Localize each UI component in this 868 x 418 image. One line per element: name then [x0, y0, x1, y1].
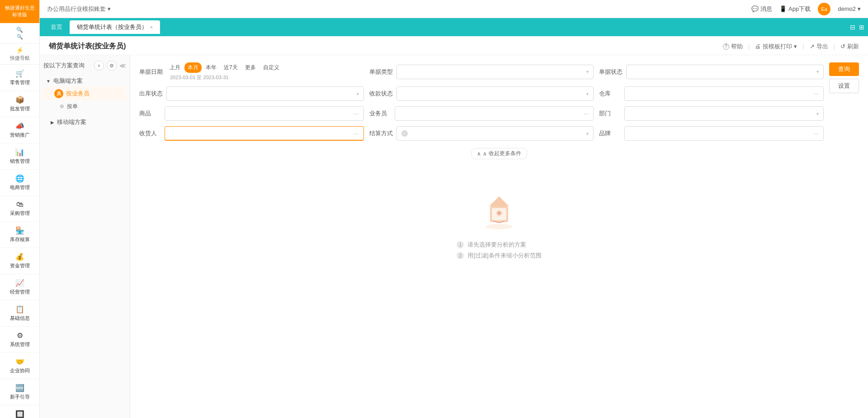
- app-download-btn[interactable]: 📱 App下载: [779, 5, 811, 13]
- sep3: |: [834, 43, 835, 50]
- department-input[interactable]: ▾: [624, 106, 824, 121]
- date-tab-current-month[interactable]: 本月: [184, 62, 202, 73]
- tab-home[interactable]: 首页: [43, 20, 70, 34]
- search-icon: 🔍: [2, 27, 38, 33]
- warehouse-dots-icon: ···: [813, 90, 819, 97]
- app-download-icon: 📱: [779, 5, 787, 12]
- mobile-arrow-icon: ▶: [51, 120, 54, 125]
- sidebar-item-purchase[interactable]: 🛍 采购管理: [0, 196, 39, 222]
- collapse-panel-btn[interactable]: ≪: [119, 62, 126, 69]
- date-tab-7days[interactable]: 近7天: [221, 62, 241, 73]
- add-icon: +: [98, 63, 100, 68]
- sidebar-item-enterprise[interactable]: 🤝 企业协同: [0, 353, 39, 379]
- filter-receiver-item: 收货人 ···: [139, 126, 364, 141]
- sidebar-item-operations[interactable]: 📈 经营管理: [0, 274, 39, 300]
- sidebar-item-retail[interactable]: 🛒 零售管理: [0, 65, 39, 91]
- settings-button[interactable]: 设置: [829, 79, 859, 93]
- sidebar-item-inventory[interactable]: 🏪 库存核算: [0, 222, 39, 248]
- help-label: 帮助: [731, 43, 743, 51]
- step2-num: 2: [457, 252, 464, 259]
- tab-close-icon[interactable]: ×: [150, 25, 153, 30]
- sidebar-item-newbie[interactable]: 🆕 新手引导: [0, 379, 39, 405]
- page-title: 销货单统计表(按业务员): [49, 42, 126, 51]
- sidebar-item-ecommerce[interactable]: 🌐 电商管理: [0, 170, 39, 196]
- brand-dots-icon: ···: [813, 130, 819, 137]
- left-panel-title: 按以下方案查询: [43, 62, 85, 70]
- sidebar-search-menu[interactable]: 🔍 🔍: [0, 23, 39, 44]
- breadcrumb-dropdown[interactable]: 办公用品行业模拟账套 ▾: [47, 5, 111, 13]
- date-tab-custom[interactable]: 自定义: [260, 62, 283, 73]
- marketing-label: 营销推广: [10, 132, 30, 138]
- sidebar-item-appstore[interactable]: 🔲 应用中心: [0, 405, 39, 418]
- sidebar-shortcut-nav[interactable]: ⚡ 快捷导航: [0, 44, 39, 65]
- brand-label: 品牌: [599, 129, 621, 138]
- order-type-input[interactable]: ▾: [396, 65, 594, 79]
- export-btn[interactable]: ↗ 导出: [810, 43, 828, 51]
- date-tab-current-year[interactable]: 本年: [203, 62, 220, 73]
- right-panel: 单据日期 上月 本月 本年 近7天 更多 自定义: [130, 55, 868, 418]
- help-btn[interactable]: ? 帮助: [723, 43, 743, 51]
- settings-scheme-btn[interactable]: ⚙: [107, 61, 117, 71]
- mobile-scheme-parent[interactable]: ▶ 移动端方案: [43, 116, 126, 128]
- sidebar-item-system[interactable]: ⚙ 系统管理: [0, 327, 39, 353]
- tree-item-by-order[interactable]: ⚙ 按单: [43, 100, 126, 113]
- tree-item-by-salesperson[interactable]: 员 按业务员: [43, 87, 126, 100]
- goods-input[interactable]: ···: [165, 106, 364, 121]
- step2-text: 用[过滤]条件来缩小分析范围: [467, 252, 541, 260]
- system-label: 系统管理: [10, 341, 30, 348]
- purchase-icon: 🛍: [16, 200, 24, 209]
- wholesale-icon: 📦: [15, 95, 24, 104]
- inventory-label: 库存核算: [10, 236, 30, 243]
- template-print-label: 按模板打印: [763, 43, 792, 51]
- page-actions: ? 帮助 | 🖨 按模板打印 ▾ | ↗ 导出 | ↺ 刷新: [723, 43, 859, 51]
- mobile-scheme-label: 移动端方案: [57, 118, 86, 126]
- inventory-icon: 🏪: [15, 226, 24, 235]
- settlement-chevron-icon: ▾: [586, 131, 589, 136]
- date-range-text: 2023-03-01 至 2023-03-31: [170, 74, 364, 81]
- goods-label: 商品: [139, 109, 161, 118]
- order-status-input[interactable]: ▾: [626, 65, 824, 79]
- settlement-clear-icon[interactable]: ×: [401, 130, 408, 137]
- out-status-input[interactable]: ▾: [166, 86, 364, 101]
- tab-minimize-icon[interactable]: ⊟: [850, 24, 855, 31]
- date-tab-last-month[interactable]: 上月: [166, 62, 184, 73]
- user-chevron-icon: ▾: [858, 5, 861, 12]
- salesperson-input[interactable]: ···: [395, 106, 594, 121]
- query-button[interactable]: 查询: [829, 62, 859, 76]
- filter-salesperson-item: 业务员 ···: [369, 106, 594, 121]
- sidebar-item-basic[interactable]: 📋 基础信息: [0, 300, 39, 327]
- sep2: |: [802, 43, 804, 50]
- sidebar-item-marketing[interactable]: 📣 营销推广: [0, 117, 39, 143]
- sidebar-item-wholesale[interactable]: 📦 批发管理: [0, 91, 39, 117]
- sidebar-logo[interactable]: 畅捷通好生意 标准版: [0, 0, 39, 23]
- export-label: 导出: [816, 43, 828, 51]
- enterprise-icon: 🤝: [15, 357, 24, 366]
- receiver-input[interactable]: ···: [165, 126, 364, 141]
- tab-maximize-icon[interactable]: ⊞: [859, 24, 864, 31]
- active-tab-label: 销货单统计表（按业务员）: [77, 23, 147, 31]
- tab-sales-stat[interactable]: 销货单统计表（按业务员） ×: [70, 20, 160, 34]
- basic-icon: 📋: [15, 305, 24, 314]
- user-avatar[interactable]: Ea: [818, 3, 830, 15]
- warehouse-input[interactable]: ···: [624, 86, 824, 101]
- template-print-btn[interactable]: 🖨 按模板打印 ▾: [755, 43, 797, 51]
- collapse-more-btn[interactable]: ∧ ∧ 收起更多条件: [471, 148, 527, 159]
- collapse-row: ∧ ∧ 收起更多条件: [139, 146, 859, 161]
- messages-btn[interactable]: 💬 消息: [751, 5, 772, 13]
- purchase-label: 采购管理: [10, 210, 30, 217]
- ecommerce-icon: 🌐: [15, 174, 24, 183]
- desktop-scheme-parent[interactable]: ▼ 电脑端方案: [43, 75, 126, 87]
- username-label[interactable]: demo2 ▾: [838, 5, 861, 12]
- add-scheme-btn[interactable]: +: [94, 61, 104, 71]
- sidebar-item-finance[interactable]: 💰 资金管理: [0, 248, 39, 274]
- sales-label: 销售管理: [10, 158, 30, 165]
- brand-input[interactable]: ···: [624, 126, 824, 141]
- refresh-btn[interactable]: ↺ 刷新: [840, 43, 859, 51]
- settlement-input[interactable]: × ▾: [396, 126, 594, 141]
- date-tab-more[interactable]: 更多: [242, 62, 259, 73]
- sidebar-item-sales[interactable]: 📊 销售管理: [0, 143, 39, 170]
- desktop-tree-section: ▼ 电脑端方案 员 按业务员 ⚙ 按单: [43, 75, 126, 113]
- by-order-label: 按单: [67, 103, 78, 110]
- collect-status-input[interactable]: ▾: [396, 86, 594, 101]
- filter-date-item: 单据日期 上月 本月 本年 近7天 更多 自定义: [139, 62, 364, 81]
